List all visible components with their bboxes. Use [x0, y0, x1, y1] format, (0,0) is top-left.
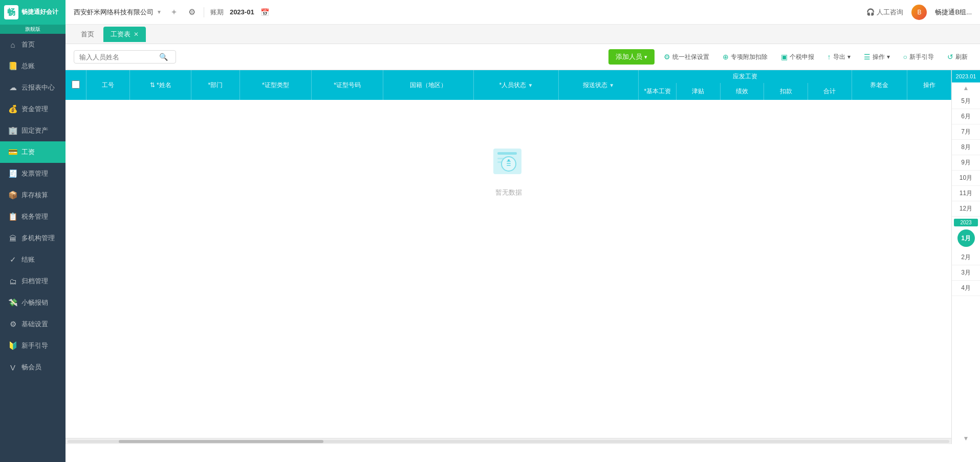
- sidebar-item-inventory-label: 库存核算: [21, 191, 48, 200]
- month-item-7[interactable]: 7月: [952, 124, 980, 140]
- person-status-filter-icon[interactable]: ▼: [528, 82, 533, 88]
- sidebar-item-archive[interactable]: 🗂 归档管理: [0, 270, 66, 292]
- tab-salary-label: 工资表: [111, 30, 130, 39]
- multi-org-icon: 🏛: [8, 234, 17, 243]
- sidebar-item-salary-label: 工资: [21, 148, 35, 157]
- month-item-8[interactable]: 8月: [952, 140, 980, 155]
- new-guide-icon: ○: [903, 53, 907, 61]
- fund-icon: 💰: [8, 104, 17, 114]
- sidebar-item-home[interactable]: ⌂ 首页: [0, 34, 66, 55]
- company-selector[interactable]: 西安虾米网络科技有限公司 ▼: [74, 8, 162, 17]
- scrollbar-track[interactable]: [68, 440, 949, 443]
- company-dropdown-icon: ▼: [157, 9, 162, 15]
- sidebar-item-cloud-report[interactable]: ☁ 云报表中心: [0, 77, 66, 98]
- special-deduction-button[interactable]: ⊕ 专项附加扣除: [718, 51, 772, 64]
- month-panel: 2023.01 ▲ 5月 6月 7月 8月 9月 10月 11月 12月 202…: [951, 70, 980, 444]
- svg-rect-7: [507, 165, 511, 166]
- export-button[interactable]: ↑ 导出 ▾: [823, 51, 855, 64]
- sidebar-item-inventory[interactable]: 📦 库存核算: [0, 184, 66, 206]
- month-item-11[interactable]: 11月: [952, 186, 980, 201]
- sidebar-item-member-label: 畅会员: [21, 363, 41, 372]
- sidebar-item-fund[interactable]: 💰 资金管理: [0, 98, 66, 120]
- sidebar-item-assets[interactable]: 🏢 固定资产: [0, 120, 66, 141]
- topbar: 西安虾米网络科技有限公司 ▼ ＋ ⚙ 账期 2023-01 📅 🎧 人工咨询 B…: [66, 0, 980, 25]
- select-all-checkbox[interactable]: [72, 80, 80, 89]
- assets-icon: 🏢: [8, 126, 17, 135]
- operations-button[interactable]: ☰ 操作 ▾: [860, 51, 894, 64]
- calendar-icon[interactable]: 📅: [260, 8, 269, 16]
- month-item-5[interactable]: 5月: [952, 94, 980, 109]
- sidebar: 畅 畅捷通好会计 旗舰版 ⌂ 首页 📒 总账 ☁ 云报表中心 💰 资金管理 🏢 …: [0, 0, 66, 462]
- month-item-10[interactable]: 10月: [952, 171, 980, 186]
- sidebar-item-ledger[interactable]: 📒 总账: [0, 55, 66, 77]
- support-icon: 🎧: [866, 8, 875, 16]
- sidebar-item-member[interactable]: V 畅会员: [0, 356, 66, 378]
- sidebar-item-multi-org[interactable]: 🏛 多机构管理: [0, 227, 66, 249]
- th-nationality: 国籍（地区）: [383, 70, 474, 100]
- toolbar: 🔍 添加人员 ▾ ⚙ 统一社保设置 ⊕ 专项附加扣除 ▣ 个税申报: [66, 44, 980, 70]
- month-item-1[interactable]: 1月: [957, 229, 975, 247]
- tab-salary[interactable]: 工资表 ✕: [103, 27, 146, 42]
- social-security-button[interactable]: ⚙ 统一社保设置: [660, 51, 713, 64]
- tax-report-icon: ▣: [781, 53, 788, 61]
- table-section: 工号 ⇅ *姓名 *部门 *证型类型 *证型号码 国籍（地区） *人员状态 ▼: [66, 70, 951, 444]
- member-icon: V: [8, 363, 17, 372]
- toolbar-right: 添加人员 ▾ ⚙ 统一社保设置 ⊕ 专项附加扣除 ▣ 个税申报 ↑ 导出: [608, 49, 972, 65]
- scrollbar-thumb[interactable]: [119, 440, 323, 443]
- search-box[interactable]: 🔍: [74, 50, 176, 64]
- refresh-label: 刷新: [955, 53, 968, 61]
- sidebar-item-settlement-label: 结账: [21, 255, 35, 264]
- new-guide-label: 新手引导: [909, 53, 934, 61]
- scrollbar-area[interactable]: [66, 438, 951, 444]
- sidebar-item-invoice[interactable]: 🧾 发票管理: [0, 163, 66, 184]
- salary-table: 工号 ⇅ *姓名 *部门 *证型类型 *证型号码 国籍（地区） *人员状态 ▼: [66, 70, 951, 100]
- operations-icon: ☰: [864, 53, 870, 61]
- month-item-4[interactable]: 4月: [952, 281, 980, 296]
- logo-icon: 畅: [4, 5, 18, 19]
- scroll-down-button[interactable]: ▼: [952, 433, 980, 444]
- refresh-button[interactable]: ↺ 刷新: [943, 51, 972, 64]
- tab-close-icon[interactable]: ✕: [134, 31, 139, 38]
- report-status-filter-icon[interactable]: ▼: [609, 82, 614, 88]
- month-item-2[interactable]: 2月: [952, 250, 980, 265]
- month-item-9[interactable]: 9月: [952, 155, 980, 171]
- cloud-icon: ☁: [8, 83, 17, 92]
- month-item-12[interactable]: 12月: [952, 201, 980, 217]
- th-performance: 绩效: [720, 83, 764, 100]
- month-list: 5月 6月 7月 8月 9月 10月 11月 12月 2023 1月 2月 3月…: [952, 94, 980, 433]
- empty-text: 暂无数据: [495, 188, 522, 197]
- table-wrapper[interactable]: 工号 ⇅ *姓名 *部门 *证型类型 *证型号码 国籍（地区） *人员状态 ▼: [66, 70, 951, 438]
- add-person-button[interactable]: 添加人员 ▾: [608, 49, 655, 65]
- sidebar-item-tax[interactable]: 📋 税务管理: [0, 206, 66, 227]
- ledger-icon: 📒: [8, 61, 17, 71]
- tax-report-button[interactable]: ▣ 个税申报: [777, 51, 818, 64]
- sidebar-item-expense[interactable]: 💸 小畅报销: [0, 292, 66, 313]
- month-item-3[interactable]: 3月: [952, 265, 980, 281]
- month-item-6[interactable]: 6月: [952, 109, 980, 124]
- add-company-button[interactable]: ＋: [168, 5, 180, 19]
- new-guide-button[interactable]: ○ 新手引导: [899, 51, 938, 64]
- sidebar-item-salary[interactable]: 💳 工资: [0, 141, 66, 163]
- user-name[interactable]: 畅捷通B组...: [935, 8, 972, 17]
- support-button[interactable]: 🎧 人工咨询: [866, 8, 903, 17]
- sidebar-item-settlement[interactable]: ✓ 结账: [0, 249, 66, 270]
- sidebar-item-guide[interactable]: 🔰 新手引导: [0, 335, 66, 356]
- sidebar-item-settings[interactable]: ⚙ 基础设置: [0, 313, 66, 335]
- sidebar-item-settings-label: 基础设置: [21, 320, 48, 329]
- archive-icon: 🗂: [8, 277, 17, 286]
- scroll-up-button[interactable]: ▲: [952, 82, 980, 94]
- edition-badge: 旗舰版: [0, 25, 66, 34]
- settings-gear-icon[interactable]: ⚙: [186, 5, 198, 19]
- empty-state: 暂无数据: [66, 100, 951, 238]
- sidebar-item-assets-label: 固定资产: [21, 126, 48, 135]
- search-input[interactable]: [79, 53, 156, 61]
- right-section: 工号 ⇅ *姓名 *部门 *证型类型 *证型号码 国籍（地区） *人员状态 ▼: [66, 70, 980, 444]
- th-name: ⇅ *姓名: [130, 70, 191, 100]
- period-value: 2023-01: [230, 8, 254, 16]
- th-pension: 养老金: [852, 70, 907, 100]
- special-deduction-label: 专项附加扣除: [731, 53, 768, 61]
- operations-label: 操作: [873, 53, 885, 61]
- tab-home-label: 首页: [81, 30, 94, 39]
- tab-home[interactable]: 首页: [74, 27, 101, 42]
- th-id-type: *证型类型: [239, 70, 311, 100]
